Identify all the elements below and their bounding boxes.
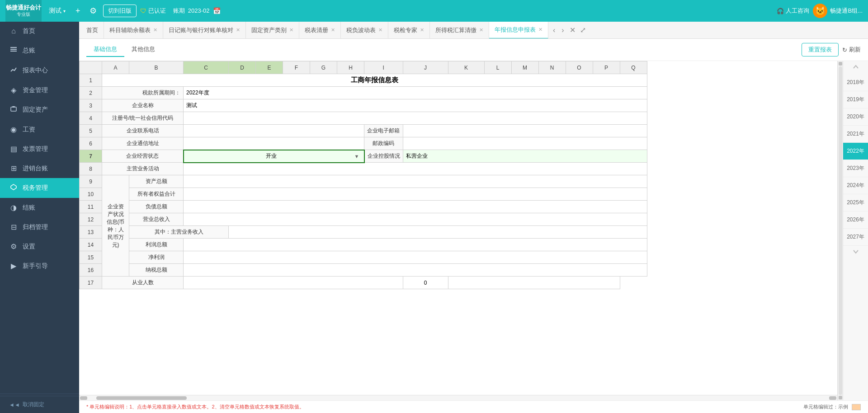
col-header-d[interactable]: D (229, 61, 256, 74)
calendar-icon[interactable]: 📅 (213, 7, 221, 14)
close-icon[interactable]: ✕ (331, 27, 335, 33)
close-icon[interactable]: ✕ (538, 27, 542, 33)
spreadsheet-scroll[interactable]: A B C D E F G H I J (79, 61, 837, 395)
year-item-2027[interactable]: 2027年 (843, 229, 868, 246)
tab-annual[interactable]: 年报信息申报表 ✕ (489, 22, 548, 39)
sidebar-item-fund[interactable]: ◈ 资金管理 (0, 80, 79, 100)
cell-7-status[interactable]: 开业 ▼ (184, 150, 364, 163)
col-header-q[interactable]: Q (620, 61, 647, 74)
tab-prev-button[interactable]: ‹ (550, 26, 558, 34)
col-header-o[interactable]: O (566, 61, 593, 74)
scroll-thumb[interactable] (96, 396, 187, 400)
sidebar-item-fixed-assets[interactable]: 固定资产 (0, 100, 79, 120)
cell-11-value[interactable] (184, 201, 647, 213)
cell-15-value[interactable] (184, 251, 647, 264)
scroll-left-button[interactable] (80, 396, 87, 400)
col-header-l[interactable]: L (484, 61, 511, 74)
scroll-up-button[interactable] (839, 62, 842, 66)
sidebar-item-tax[interactable]: 税务管理 (0, 178, 79, 198)
year-item-2018[interactable]: 2018年 (843, 74, 868, 91)
cell-3-value[interactable]: 测试 (184, 99, 647, 112)
user-area[interactable]: 🐱 畅捷通B组... (813, 4, 863, 18)
company-tab-selector[interactable]: 测试 ▾ (45, 7, 69, 15)
cell-1-title[interactable]: 工商年报信息表 (102, 74, 647, 87)
add-tab-button[interactable]: + (73, 5, 83, 17)
col-header-g[interactable]: G (310, 61, 337, 74)
cell-2-value[interactable]: 2022年度 (184, 87, 647, 99)
cell-4-value[interactable] (184, 112, 647, 125)
col-header-j[interactable]: J (403, 61, 448, 74)
sidebar-item-guide[interactable]: ▶ 新手引导 (0, 256, 79, 276)
refresh-button[interactable]: ↻ 刷新 (842, 46, 861, 54)
year-item-2025[interactable]: 2025年 (843, 194, 868, 211)
close-icon[interactable]: ✕ (236, 27, 240, 33)
year-panel-nav-down[interactable] (853, 246, 859, 259)
cell-17-rest[interactable] (448, 277, 620, 289)
sidebar-item-ledger[interactable]: 总账 (0, 41, 79, 61)
scroll-down-button[interactable] (839, 396, 842, 399)
sidebar-item-report[interactable]: 报表中心 (0, 61, 79, 80)
tab-next-button[interactable]: › (559, 26, 566, 34)
col-header-c[interactable]: C (184, 61, 229, 74)
col-header-f[interactable]: F (283, 61, 310, 74)
cell-10-value[interactable] (184, 188, 647, 201)
sub-tab-basic[interactable]: 基础信息 (86, 42, 124, 57)
cell-6-postcode[interactable] (403, 137, 647, 150)
tab-home[interactable]: 首页 (81, 22, 104, 39)
cell-9-value[interactable] (184, 175, 647, 188)
year-item-2019[interactable]: 2019年 (843, 91, 868, 108)
vertical-scrollbar[interactable] (837, 61, 843, 400)
cell-17-blank[interactable] (184, 277, 403, 289)
chevron-down-icon[interactable]: ▼ (354, 154, 359, 159)
sidebar-item-settings[interactable]: ⚙ 设置 (0, 237, 79, 256)
close-icon[interactable]: ✕ (289, 27, 293, 33)
year-item-2024[interactable]: 2024年 (843, 177, 868, 194)
tab-tax-table[interactable]: 税表清册 ✕ (299, 22, 341, 39)
close-icon[interactable]: ✕ (420, 27, 424, 33)
pin-button[interactable]: ◄◄ 取消固定 (0, 396, 79, 413)
horizontal-scrollbar[interactable] (79, 395, 837, 400)
cell-12-value[interactable] (184, 213, 647, 226)
cell-16-value[interactable] (184, 264, 647, 277)
tab-journal[interactable]: 日记账与银行对账单核对 ✕ (163, 22, 246, 39)
tab-tax-wave[interactable]: 税负波动表 ✕ (341, 22, 388, 39)
cell-14-value[interactable] (184, 239, 647, 251)
year-item-2021[interactable]: 2021年 (843, 126, 868, 143)
old-version-button[interactable]: 切到旧版 (103, 5, 137, 17)
col-header-m[interactable]: M (511, 61, 538, 74)
cell-13-value[interactable] (229, 226, 647, 239)
col-header-a[interactable]: A (102, 61, 129, 74)
col-header-k[interactable]: K (448, 61, 484, 74)
cell-6-addr[interactable] (184, 137, 364, 150)
logo[interactable]: 畅捷通好会计 专业版 (5, 0, 42, 22)
settings-icon[interactable]: ⚙ (87, 5, 99, 17)
cell-5-phone[interactable] (184, 125, 364, 137)
tab-tax-calc[interactable]: 所得税汇算清缴 ✕ (430, 22, 489, 39)
col-header-e[interactable]: E (256, 61, 283, 74)
col-header-n[interactable]: N (538, 61, 566, 74)
col-header-p[interactable]: P (593, 61, 620, 74)
cell-17-value[interactable]: 0 (403, 277, 448, 289)
cell-7-holding[interactable]: 私营企业 (403, 150, 647, 163)
close-icon[interactable]: ✕ (153, 27, 157, 33)
col-header-i[interactable]: I (364, 61, 403, 74)
sidebar-item-close[interactable]: ◑ 结账 (0, 198, 79, 217)
close-icon[interactable]: ✕ (479, 27, 483, 33)
year-panel-nav-up[interactable] (853, 61, 859, 74)
sidebar-item-home[interactable]: ⌂ 首页 (0, 22, 79, 41)
tab-expand-button[interactable]: ⤢ (578, 26, 588, 34)
sidebar-item-archive[interactable]: ⊟ 归档管理 (0, 217, 79, 237)
year-item-2023[interactable]: 2023年 (843, 160, 868, 177)
support-button[interactable]: 🎧 人工咨询 (777, 7, 809, 15)
tab-fixed-cat[interactable]: 固定资产类别 ✕ (246, 22, 299, 39)
cell-8-value[interactable] (184, 163, 647, 175)
sidebar-item-invoice[interactable]: ▤ 发票管理 (0, 139, 79, 159)
year-item-2026[interactable]: 2026年 (843, 211, 868, 229)
scroll-right-button[interactable] (829, 396, 836, 400)
sidebar-item-salary[interactable]: ◉ 工资 (0, 120, 79, 139)
tab-aux[interactable]: 科目辅助余额表 ✕ (104, 22, 163, 39)
reset-button[interactable]: 重置报表 (802, 43, 839, 56)
col-header-h[interactable]: H (337, 61, 364, 74)
tab-close-all-button[interactable]: ✕ (568, 26, 577, 34)
sub-tab-other[interactable]: 其他信息 (124, 42, 162, 57)
